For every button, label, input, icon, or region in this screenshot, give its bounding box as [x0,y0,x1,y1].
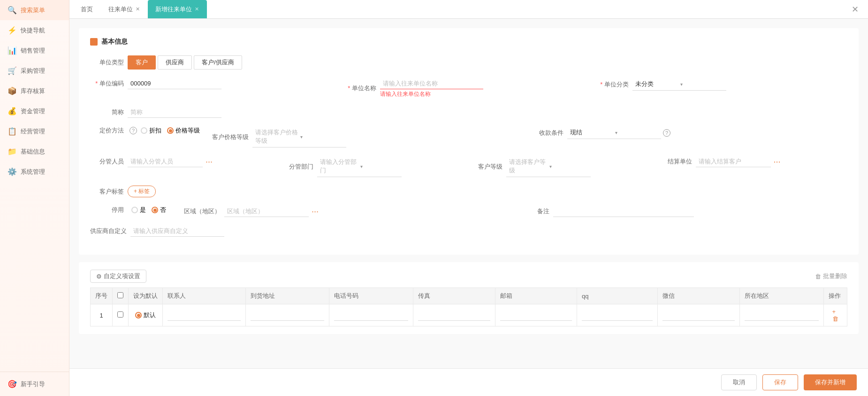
radio-discount-label: 折扣 [149,126,161,135]
radio-yes-circle [131,207,138,213]
unit-category-select[interactable]: 未分类 ▾ [632,78,726,91]
add-tag-button[interactable]: + 标签 [128,186,156,197]
tab-home[interactable]: 首页 [73,0,101,18]
sidebar-label-purchase: 采购管理 [21,67,45,75]
th-wechat: 微信 [658,288,739,304]
disabled-region-row: 停用 是 否 区域（地区） ··· [90,206,847,217]
unit-name-label: 单位名称 [343,84,380,93]
sidebar-item-operations[interactable]: 📋 经营管理 [0,121,69,141]
customer-tag-row: 客户标签 + 标签 [90,186,847,197]
unit-category-label: 单位分类 [595,80,632,89]
sales-icon: 📊 [8,46,17,55]
main-area: 首页 往来单位 ✕ 新增往来单位 ✕ ✕ 基本信息 单位类型 客户 [69,0,868,396]
department-select[interactable]: 请输入分管部门 ▾ [317,156,402,177]
department-placeholder: 请输入分管部门 [320,158,358,175]
payment-terms-help-icon[interactable]: ? [663,129,670,137]
phone-input[interactable] [334,310,408,321]
sidebar-label-operations: 经营管理 [21,127,45,136]
radio-discount[interactable]: 折扣 [141,126,161,135]
short-name-group: 简称 [90,107,240,118]
th-fax: 传真 [413,288,495,304]
sidebar-item-purchase[interactable]: 🛒 采购管理 [0,61,69,81]
wechat-input[interactable] [662,310,734,321]
short-name-input[interactable] [128,107,221,118]
delete-row-btn[interactable]: 🗑 [832,315,838,322]
manager-input[interactable] [128,156,203,167]
payment-terms-select[interactable]: 现结 ▾ [567,126,661,139]
header-checkbox[interactable] [117,292,123,298]
table-section: ⚙ 自定义项设置 🗑 批量删除 序号 设 [79,262,859,334]
sidebar-item-basic-info[interactable]: 📁 基础信息 [0,141,69,162]
email-input[interactable] [500,310,572,321]
department-label: 分管部门 [280,163,317,171]
sidebar-item-system[interactable]: ⚙️ 系统管理 [0,162,69,182]
td-default: 默认 [129,304,163,326]
tab-partner-close[interactable]: ✕ [136,6,140,12]
td-fax [413,304,495,326]
pricing-method-help-icon[interactable]: ? [129,127,137,134]
row-checkbox[interactable] [117,311,123,318]
fax-input[interactable] [418,310,490,321]
th-default: 设为默认 [129,288,163,304]
radio-price-level[interactable]: 价格等级 [167,126,200,135]
sidebar-label-search: 搜索菜单 [21,6,45,15]
th-seq: 序号 [91,288,113,304]
sidebar-item-inventory[interactable]: 📦 库存核算 [0,81,69,101]
radio-yes[interactable]: 是 [131,206,146,214]
region-input[interactable] [224,206,309,217]
short-name-label: 简称 [90,108,128,116]
region-more-btn[interactable]: ··· [309,207,321,216]
save-new-button[interactable]: 保存并新增 [804,374,857,390]
customer-price-level-select[interactable]: 请选择客户价格等级 ▾ [252,126,346,148]
td-wechat [658,304,739,326]
settings-button[interactable]: ⚙ 自定义项设置 [90,270,146,283]
batch-delete-area: 🗑 批量删除 [815,272,847,280]
td-contact [163,304,246,326]
radio-no[interactable]: 否 [152,206,166,214]
sidebar-item-search[interactable]: 🔍 搜索菜单 [0,0,69,20]
td-checkbox [113,304,129,326]
unit-code-input[interactable] [128,78,221,89]
add-row-btn[interactable]: + [832,308,836,315]
sidebar-item-sales[interactable]: 📊 销售管理 [0,40,69,61]
table-container: 序号 设为默认 联系人 到货地址 电话号码 传真 邮箱 qq 微信 [90,287,847,326]
sidebar-item-finance[interactable]: 💰 资金管理 [0,101,69,121]
tab-partner[interactable]: 往来单位 ✕ [101,0,148,18]
address-input[interactable] [251,310,325,321]
remark-input[interactable] [553,206,694,217]
row-default-radio[interactable]: 默认 [133,311,158,319]
tab-new-partner-close[interactable]: ✕ [195,6,199,12]
td-region [739,304,823,326]
save-button[interactable]: 保存 [762,374,798,390]
tab-new-partner[interactable]: 新增往来单位 ✕ [148,0,207,18]
unit-name-input[interactable] [380,78,483,89]
btn-type-customer[interactable]: 客户 [128,55,156,70]
settlement-unit-label: 结算单位 [658,157,696,166]
customer-level-select[interactable]: 请选择客户等级 ▾ [506,156,591,177]
cancel-button[interactable]: 取消 [721,374,757,390]
contact-input[interactable] [168,310,241,321]
sidebar-item-guide[interactable]: 🎯 新手引导 [0,376,69,392]
manager-more-btn[interactable]: ··· [203,157,215,166]
btn-type-supplier[interactable]: 供应商 [158,55,192,70]
customer-price-level-label: 客户价格等级 [212,133,252,141]
department-group: 分管部门 请输入分管部门 ▾ [280,156,469,177]
unit-category-arrow: ▾ [680,82,723,87]
manager-label: 分管人员 [90,157,128,166]
table-row: 1 默认 [91,304,847,326]
customer-level-label: 客户等级 [469,163,506,171]
unit-category-group: 单位分类 未分类 ▾ [595,78,847,91]
btn-type-both[interactable]: 客户/供应商 [194,55,242,70]
payment-terms-group: 收款条件 现结 ▾ ? [530,126,847,139]
sidebar-bottom: 🎯 新手引导 [0,372,69,396]
qq-input[interactable] [582,310,653,321]
settlement-unit-input[interactable] [696,156,771,167]
td-address [245,304,329,326]
settlement-more-btn[interactable]: ··· [771,157,784,166]
window-close-button[interactable]: ✕ [846,4,864,15]
operations-icon: 📋 [8,127,17,136]
supplier-custom-input[interactable] [130,225,224,237]
sidebar-item-quick-nav[interactable]: ⚡ 快捷导航 [0,20,69,40]
unit-type-label: 单位类型 [90,58,128,67]
row-region-input[interactable] [745,310,819,321]
